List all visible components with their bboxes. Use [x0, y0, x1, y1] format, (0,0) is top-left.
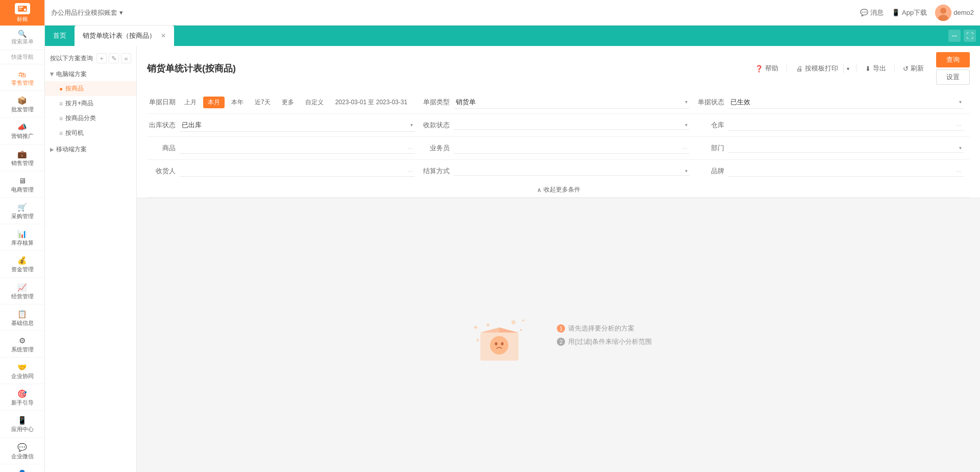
sidebar-item-sales-label: 销售管理: [11, 160, 34, 167]
username: demo2: [953, 9, 974, 16]
sidebar-item-system-label: 系统管理: [11, 346, 34, 353]
brand-input[interactable]: ···: [728, 166, 964, 177]
out-status-arrow-icon: ▾: [410, 122, 413, 128]
sidebar-item-basic[interactable]: 📋 基础信息: [0, 304, 44, 331]
print-btn[interactable]: 🖨 按模板打印: [791, 62, 843, 75]
print-dropdown-btn[interactable]: ▾: [843, 64, 852, 74]
user-avatar[interactable]: demo2: [935, 5, 974, 21]
sidebar-item-finance[interactable]: 💰 资金管理: [0, 251, 44, 277]
warehouse-label: 仓库: [696, 121, 724, 130]
by-category-label: 按商品分类: [65, 114, 96, 123]
quick-nav-btn[interactable]: 快捷导航: [0, 50, 44, 64]
doc-type-label: 单据类型: [421, 98, 450, 107]
out-status-select[interactable]: 已出库 ▾: [180, 119, 415, 132]
sidebar-item-purchase[interactable]: 🛒 采购管理: [0, 198, 44, 224]
collapse-filters-btn[interactable]: ∧ 收起更多条件: [147, 182, 970, 198]
settings-btn[interactable]: 设置: [936, 69, 970, 85]
search-menu-btn[interactable]: 🔍 搜索菜单: [0, 26, 44, 50]
brand-dots: ···: [956, 167, 962, 175]
date-tab-custom[interactable]: 自定义: [301, 97, 328, 108]
sidebar-item-ecommerce[interactable]: 🖥 电商管理: [0, 171, 44, 198]
left-panel-actions: + ✎ «: [96, 53, 131, 63]
settlement-filter-cell: 结算方式 ▾: [421, 160, 695, 182]
salesperson-input[interactable]: ···: [454, 143, 689, 154]
sales-icon: 💼: [17, 150, 28, 159]
industry-selector[interactable]: 办公用品行业模拟账套 ▾: [51, 8, 856, 17]
tree-item-by-month-product[interactable]: ≡ 按月+商品: [45, 96, 136, 111]
mobile-section-header[interactable]: ▶ 移动端方案: [45, 143, 136, 156]
desktop-section: ▶ 电脑端方案 ● 按商品 ≡ 按月+商品 ≡ 按商品分类 ≡ 按司机: [45, 67, 136, 140]
app-download-btn[interactable]: 📱 App下载: [892, 8, 927, 17]
sidebar-item-retail[interactable]: 🛍 零售管理: [0, 64, 44, 91]
settlement-arrow-icon: ▾: [685, 168, 688, 174]
tree-item-by-category[interactable]: ≡ 按商品分类: [45, 111, 136, 126]
avatar: [935, 5, 951, 21]
date-tab-last-month[interactable]: 上月: [180, 97, 201, 108]
sidebar-item-wholesale-label: 批发管理: [11, 106, 34, 113]
recipient-input[interactable]: ···: [180, 166, 415, 177]
tree-item-by-cashier[interactable]: ≡ 按司机: [45, 126, 136, 140]
doc-type-filter-cell: 单据类型 销货单 ▾: [421, 91, 695, 113]
sidebar-item-ecommerce-label: 电商管理: [11, 186, 34, 193]
sidebar-item-inventory[interactable]: 📊 库存核算: [0, 224, 44, 251]
date-tabs: 上月 本月 本年 近7天 更多 自定义: [180, 97, 328, 108]
doc-status-label: 单据状态: [696, 98, 724, 107]
tab-home[interactable]: 首页: [45, 26, 75, 46]
sidebar-item-wholesale[interactable]: 📦 批发管理: [0, 91, 44, 117]
brand-label: 品牌: [696, 167, 724, 176]
edit-scheme-btn[interactable]: ✎: [109, 53, 119, 63]
top-header: 办公用品行业模拟账套 ▾ 💬 消息 📱 App下载 de: [45, 0, 980, 26]
tab-stats-label: 销货单统计表（按商品）: [83, 31, 156, 40]
collapse-panel-btn[interactable]: «: [121, 53, 131, 63]
payment-status-select[interactable]: ▾: [454, 121, 689, 130]
collapse-up-icon: ∧: [537, 186, 542, 194]
help-label: 帮助: [765, 64, 778, 73]
refresh-btn[interactable]: ↺ 刷新: [899, 62, 928, 75]
tab-maximize-btn[interactable]: ⛶: [964, 30, 976, 42]
sidebar-item-wechat[interactable]: 💬 企业微信: [0, 438, 44, 464]
sidebar-item-sales[interactable]: 💼 销售管理: [0, 145, 44, 171]
add-scheme-btn[interactable]: +: [96, 53, 107, 63]
sidebar-item-system[interactable]: ⚙ 系统管理: [0, 331, 44, 358]
doc-status-select[interactable]: 已生效 ▾: [728, 96, 964, 109]
svg-point-8: [490, 336, 508, 355]
sidebar-item-enterprise[interactable]: 🤝 企业协同: [0, 358, 44, 384]
goods-input[interactable]: ···: [180, 143, 415, 154]
page-title: 销货单统计表(按商品): [147, 62, 236, 75]
date-tab-7days[interactable]: 近7天: [250, 97, 275, 108]
tree-item-by-product[interactable]: ● 按商品: [45, 81, 136, 96]
svg-point-13: [520, 329, 522, 331]
svg-text:✦: ✦: [473, 323, 479, 332]
desktop-section-header[interactable]: ▶ 电脑端方案: [45, 67, 136, 81]
sidebar-item-apps-label: 应用中心: [11, 426, 34, 433]
tab-stats[interactable]: 销货单统计表（按商品） ✕: [75, 26, 174, 46]
sidebar-item-newbie[interactable]: 🎯 新手引导: [0, 384, 44, 411]
query-btn[interactable]: 查询: [936, 52, 970, 67]
export-icon: ⬇: [865, 65, 871, 73]
sidebar-item-member[interactable]: 👤 畅会员: [0, 464, 44, 472]
export-btn[interactable]: ⬇ 导出: [861, 62, 890, 75]
date-tab-this-year[interactable]: 本年: [227, 97, 248, 108]
newbie-icon: 🎯: [17, 389, 28, 398]
sidebar-item-marketing[interactable]: 📣 营销推广: [0, 117, 44, 144]
tab-minimize-btn[interactable]: ─: [948, 30, 961, 42]
sidebar-item-operations[interactable]: 📈 经营管理: [0, 278, 44, 304]
member-icon: 👤: [17, 469, 28, 472]
by-cashier-icon: ≡: [59, 130, 63, 137]
content-area: 按以下方案查询 + ✎ « ▶ 电脑端方案 ● 按商品 ≡: [45, 46, 980, 472]
date-tab-this-month[interactable]: 本月: [203, 97, 225, 108]
warehouse-input[interactable]: ···: [728, 120, 964, 131]
empty-content: ✦ ✦ 请先选择要分析的方案 用[过滤]条件来缩小分析范围: [465, 304, 651, 366]
help-btn[interactable]: ❓ 帮助: [751, 62, 782, 75]
department-select[interactable]: ▾: [728, 144, 964, 153]
sidebar-item-apps[interactable]: 📱 应用中心: [0, 411, 44, 437]
settlement-select[interactable]: ▾: [454, 167, 689, 176]
svg-point-10: [501, 342, 504, 345]
tab-close-icon[interactable]: ✕: [161, 32, 166, 39]
message-btn[interactable]: 💬 消息: [860, 8, 884, 17]
salesperson-label: 业务员: [421, 144, 450, 153]
sidebar-item-newbie-label: 新手引导: [11, 399, 34, 406]
app-logo[interactable]: 标账: [0, 0, 44, 26]
doc-type-select[interactable]: 销货单 ▾: [454, 96, 689, 109]
date-tab-more[interactable]: 更多: [277, 97, 299, 108]
